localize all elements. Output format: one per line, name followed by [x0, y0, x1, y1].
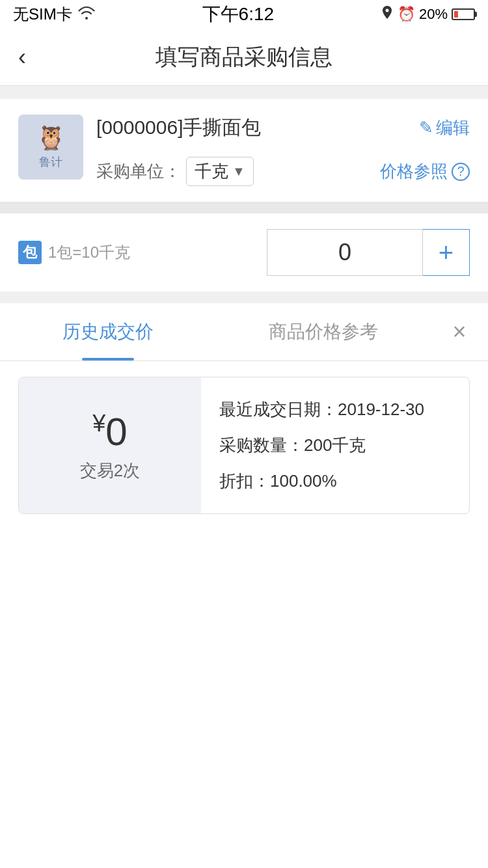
thumb-owl: 🦉	[36, 124, 66, 152]
battery-icon	[452, 8, 475, 20]
tab-active-indicator	[82, 358, 134, 360]
price-card: ¥0 交易2次 最近成交日期：2019-12-30 采购数量：200千克 折扣：…	[18, 377, 470, 514]
tabs-container: 历史成交价 商品价格参考 ×	[0, 303, 488, 361]
product-info: [0000006]手撕面包 ✎ 编辑 采购单位： 千克 ▼ 价格参照 ?	[96, 115, 470, 186]
currency-symbol: ¥	[92, 410, 105, 437]
conversion-label: 1包=10千克	[48, 242, 130, 263]
purchase-qty-value: 200千克	[304, 435, 366, 455]
edit-icon: ✎	[419, 118, 433, 138]
location-icon	[381, 5, 394, 23]
quantity-input[interactable]: 0	[267, 229, 423, 276]
product-title: 手撕面包	[183, 116, 261, 138]
bottom-area	[0, 530, 488, 868]
unit-select-dropdown[interactable]: 千克 ▼	[186, 157, 254, 186]
svg-point-0	[385, 9, 388, 12]
tab-history-price-label: 历史成交价	[62, 319, 154, 344]
status-left: 无SIM卡	[13, 4, 96, 25]
dropdown-arrow-icon: ▼	[232, 164, 245, 179]
purchase-qty-row: 采购数量：200千克	[219, 433, 451, 458]
quantity-row: 包 1包=10千克 0 +	[0, 213, 488, 292]
status-time: 下午6:12	[202, 2, 275, 27]
unit-selector-group: 采购单位： 千克 ▼	[96, 157, 254, 186]
wifi-icon	[77, 5, 96, 23]
recent-date-value: 2019-12-30	[338, 400, 424, 419]
quantity-plus-button[interactable]: +	[423, 229, 470, 276]
discount-value: 100.00%	[270, 471, 337, 491]
no-sim-label: 无SIM卡	[13, 4, 72, 25]
tab-price-reference-label: 商品价格参考	[269, 319, 378, 344]
unit-label: 采购单位：	[96, 160, 181, 183]
product-unit-row: 采购单位： 千克 ▼ 价格参照 ?	[96, 157, 470, 186]
back-button[interactable]: ‹	[18, 44, 26, 71]
page-title: 填写商品采购信息	[156, 42, 332, 72]
unit-badge: 包	[18, 241, 42, 264]
product-card: 🦉 鲁计 [0000006]手撕面包 ✎ 编辑 采购单位： 千克 ▼ 价格参照	[0, 99, 488, 202]
unit-value: 千克	[195, 160, 228, 183]
price-ref-label: 价格参照	[380, 160, 448, 183]
product-name: [0000006]手撕面包	[96, 115, 261, 141]
nav-bar: ‹ 填写商品采购信息	[0, 29, 488, 86]
recent-date-row: 最近成交日期：2019-12-30	[219, 397, 451, 422]
tabs-row: 历史成交价 商品价格参考 ×	[0, 303, 488, 360]
price-amount: ¥0	[92, 409, 127, 454]
price-ref-button[interactable]: 价格参照 ?	[380, 160, 470, 183]
edit-label: 编辑	[436, 116, 470, 139]
discount-label: 折扣：	[219, 471, 270, 491]
purchase-qty-label: 采购数量：	[219, 435, 304, 455]
price-card-left: ¥0 交易2次	[19, 377, 201, 513]
battery-percent: 20%	[419, 6, 448, 23]
edit-button[interactable]: ✎ 编辑	[419, 116, 470, 139]
history-price-content: ¥0 交易2次 最近成交日期：2019-12-30 采购数量：200千克 折扣：…	[0, 361, 488, 530]
quantity-left: 包 1包=10千克	[18, 241, 130, 264]
discount-row: 折扣：100.00%	[219, 468, 451, 494]
product-id: [0000006]	[96, 116, 183, 138]
tab-history-price[interactable]: 历史成交价	[0, 303, 215, 360]
section-divider	[0, 202, 488, 213]
price-ref-circle-icon: ?	[452, 163, 470, 181]
thumb-text: 鲁计	[39, 154, 62, 170]
alarm-icon: ⏰	[398, 6, 415, 23]
tab-price-reference[interactable]: 商品价格参考	[215, 303, 431, 360]
price-value: 0	[105, 410, 127, 454]
trade-count: 交易2次	[80, 459, 140, 482]
product-thumbnail: 🦉 鲁计	[18, 115, 83, 180]
quantity-right: 0 +	[267, 229, 470, 276]
tab-close-button[interactable]: ×	[431, 303, 488, 360]
status-bar: 无SIM卡 下午6:12 ⏰ 20%	[0, 0, 488, 29]
status-right: ⏰ 20%	[381, 5, 475, 23]
product-top-row: [0000006]手撕面包 ✎ 编辑	[96, 115, 470, 141]
recent-date-label: 最近成交日期：	[219, 400, 338, 419]
price-card-right: 最近成交日期：2019-12-30 采购数量：200千克 折扣：100.00%	[201, 377, 469, 513]
